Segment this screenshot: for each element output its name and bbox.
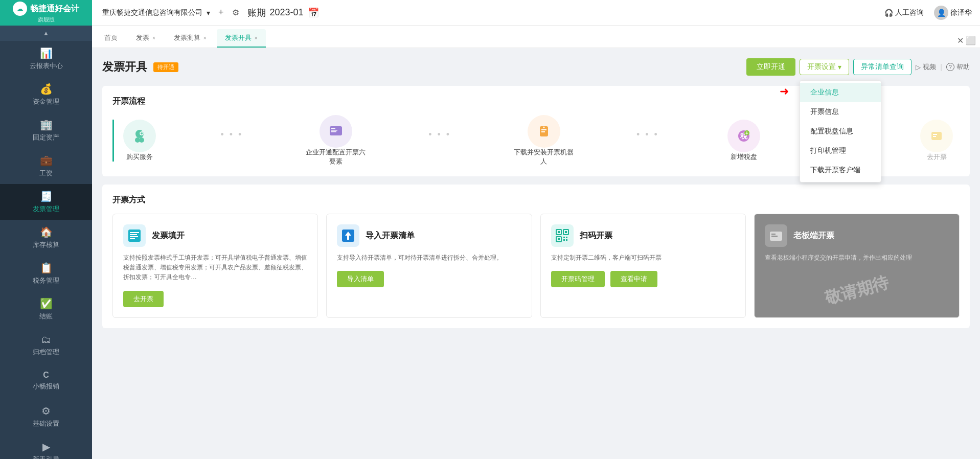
method-card-import-invoice: 导入开票清单 支持导入待开票清单，可对待开票清单进行拆分、合并处理。 导入清单: [326, 214, 532, 318]
dropdown-item-company-info[interactable]: 企业信息: [800, 83, 881, 102]
avatar-icon: 👤: [934, 6, 948, 20]
period-label: 账期 2023-01 📅: [247, 7, 319, 19]
top-right: 🎧 人工咨询 👤 徐泽华: [884, 6, 972, 20]
logo-sub: 旗舰版: [38, 16, 55, 24]
svg-point-2: [139, 137, 144, 143]
svg-rect-10: [541, 129, 546, 130]
sidebar-item-settlement[interactable]: ✅ 结账: [0, 291, 92, 327]
page-title: 发票开具: [102, 59, 147, 75]
svg-rect-35: [563, 239, 565, 241]
company-selector[interactable]: 重庆畅捷交通信息咨询有限公司 ▾: [102, 8, 210, 17]
scan-invoice-header: 扫码开票: [551, 224, 735, 247]
consulting-btn[interactable]: 🎧 人工咨询: [884, 8, 924, 17]
invoice-mgmt-icon: 🧾: [40, 190, 53, 202]
svg-rect-32: [558, 238, 560, 240]
dropdown-item-download-client[interactable]: 下载开票客户端: [800, 160, 881, 180]
flow-step-2: 企业开通配置开票六要素: [305, 115, 367, 166]
gear-icon[interactable]: ⚙: [232, 8, 239, 17]
svg-rect-20: [128, 230, 141, 242]
sidebar-label: 发票管理: [33, 204, 59, 214]
fill-invoice-icon: [123, 224, 146, 247]
boss-invoice-title: 老板端开票: [793, 231, 834, 241]
flow-divider-1: • • •: [158, 129, 305, 152]
tab-invoice-calc[interactable]: 发票测算 ×: [166, 29, 215, 48]
sidebar-item-report-sales[interactable]: C 小畅报销: [0, 363, 92, 399]
sidebar-item-tax-mgmt[interactable]: 📋 税务管理: [0, 256, 92, 291]
help-btn[interactable]: ? 帮助: [946, 62, 970, 72]
add-icon[interactable]: +: [218, 7, 224, 18]
svg-point-0: [135, 130, 144, 138]
inventory-icon: 🏠: [40, 226, 53, 238]
settings-btn[interactable]: 开票设置 ▾: [800, 59, 849, 75]
sidebar-label: 新手引导: [33, 455, 59, 459]
fill-invoice-btn[interactable]: 去开票: [123, 291, 164, 307]
tab-expand-btn[interactable]: ⬜: [966, 36, 976, 45]
activate-btn[interactable]: 立即开通: [746, 58, 795, 76]
svg-rect-6: [331, 128, 335, 129]
chevron-down-icon: ▾: [207, 9, 210, 17]
import-invoice-btn[interactable]: 导入清单: [337, 271, 384, 287]
settings-dropdown-menu: ➜ 企业信息 开票信息 配置税盘信息 打印机管理 下载开票客户端: [800, 80, 881, 182]
svg-point-12: [543, 127, 544, 128]
import-invoice-desc: 支持导入待开票清单，可对待开票清单进行拆分、合并处理。: [337, 253, 521, 263]
status-badge: 待开通: [153, 62, 178, 72]
svg-rect-36: [566, 239, 567, 241]
sidebar-item-archive-mgmt[interactable]: 🗂 归档管理: [0, 327, 92, 363]
boss-invoice-header: 老板端开票: [765, 224, 949, 247]
step1-label: 购买服务: [126, 152, 153, 162]
flow-step-4: 税+ 新增税盘: [721, 120, 767, 162]
report-sales-icon: C: [43, 371, 49, 380]
sidebar-item-new-guide[interactable]: ▶ 新手引导: [0, 434, 92, 459]
salary-icon: 💼: [40, 154, 53, 167]
sidebar-item-invoice-mgmt[interactable]: 🧾 发票管理: [0, 184, 92, 220]
svg-rect-38: [771, 234, 776, 235]
new-guide-icon: ▶: [42, 441, 50, 453]
sidebar-label: 基础设置: [33, 419, 59, 428]
main-content: 发票开具 待开通 立即开通 开票设置 ▾ ➜ 企业信息 开票信息 配置税盘信息 …: [92, 48, 980, 459]
dropdown-item-tax-disk-config[interactable]: 配置税盘信息: [800, 122, 881, 141]
scan-invoice-btn1[interactable]: 开票码管理: [551, 271, 605, 287]
sidebar-item-fund-mgmt[interactable]: 💰 资金管理: [0, 77, 92, 112]
tab-bar: 首页 发票 × 发票测算 × 发票开具 × ✕ ⬜: [92, 26, 980, 48]
tab-close-btn[interactable]: ✕: [957, 36, 964, 45]
sidebar-label: 税务管理: [33, 276, 59, 285]
chevron-down-icon: ▾: [838, 63, 841, 71]
tab-invoice[interactable]: 发票 ×: [128, 29, 164, 48]
sidebar-item-fixed-assets[interactable]: 🏢 固定资产: [0, 112, 92, 148]
user-menu[interactable]: 👤 徐泽华: [934, 6, 972, 20]
headphone-icon: 🎧: [884, 9, 893, 17]
sidebar-scroll-up[interactable]: ▲: [0, 26, 92, 41]
step4-label: 新增税盘: [731, 152, 757, 162]
dropdown-item-printer-mgmt[interactable]: 打印机管理: [800, 141, 881, 160]
svg-rect-30: [558, 231, 560, 233]
video-btn[interactable]: ▷ 视频: [916, 62, 936, 72]
top-bar: ☁ 畅捷通好会计 旗舰版 重庆畅捷交通信息咨询有限公司 ▾ + ⚙ 账期 202…: [0, 0, 980, 26]
svg-rect-24: [130, 238, 135, 239]
sidebar-item-salary[interactable]: 💼 工资: [0, 148, 92, 184]
dropdown-item-invoice-info[interactable]: 开票信息: [800, 102, 881, 122]
fill-invoice-title: 发票填开: [152, 231, 185, 241]
sidebar-item-cloud-report[interactable]: 📊 云报表中心: [0, 41, 92, 77]
method-card-scan-invoice: 扫码开票 支持定制开票二维码，客户端可扫码开票 开票码管理 查看申请: [540, 214, 746, 318]
tab-invoice-issue-close[interactable]: ×: [255, 35, 258, 41]
sidebar-label: 归档管理: [33, 348, 59, 357]
exception-btn[interactable]: 异常清单查询: [853, 59, 911, 75]
company-name: 重庆畅捷交通信息咨询有限公司: [102, 8, 202, 17]
flow-step-1: 购买服务: [112, 120, 158, 162]
tab-home-label: 首页: [104, 33, 118, 42]
scan-invoice-btn2[interactable]: 查看申请: [610, 271, 657, 287]
tab-home[interactable]: 首页: [96, 29, 126, 48]
svg-rect-7: [331, 130, 337, 131]
svg-rect-22: [130, 234, 137, 235]
tab-invoice-close[interactable]: ×: [152, 35, 155, 41]
svg-rect-19: [933, 136, 936, 137]
sidebar-item-basic-settings[interactable]: ⚙ 基础设置: [0, 399, 92, 434]
import-invoice-header: 导入开票清单: [337, 224, 521, 247]
step3-icon: [528, 115, 560, 148]
sidebar-item-inventory[interactable]: 🏠 库存核算: [0, 220, 92, 256]
calendar-icon[interactable]: 📅: [308, 7, 319, 18]
tab-invoice-calc-close[interactable]: ×: [203, 35, 207, 41]
tab-invoice-calc-label: 发票测算: [174, 33, 200, 42]
tab-invoice-issue[interactable]: 发票开具 ×: [217, 29, 266, 48]
fixed-assets-icon: 🏢: [40, 119, 53, 131]
